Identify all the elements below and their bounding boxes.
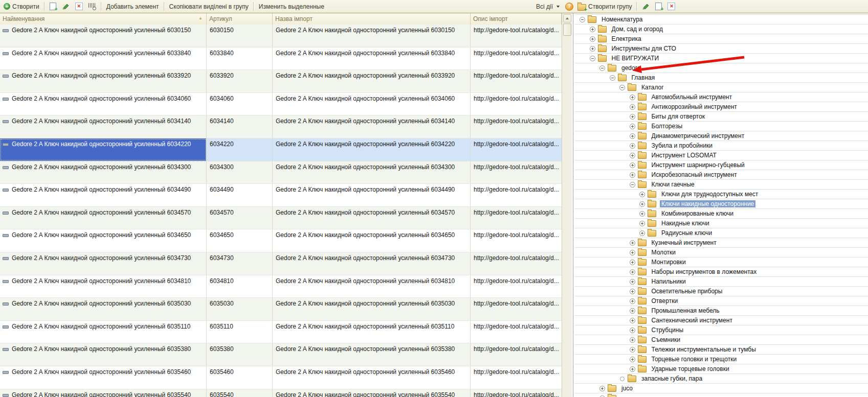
tree-item[interactable]: Зубила и пробойники [574,141,868,151]
expand-plus-icon[interactable] [630,172,635,178]
tree-item-selected[interactable]: Ключи накидные односторонние [574,199,868,209]
expand-plus-icon[interactable] [630,250,635,255]
help-button[interactable] [563,2,575,12]
tree-edit-button[interactable] [640,2,652,11]
tree-item[interactable]: Каталог [574,83,868,92]
tree-item[interactable]: Биты для отверток [574,112,868,122]
cell-article[interactable]: 6035380 [207,343,273,366]
expand-plus-icon[interactable] [630,143,635,149]
cell-name[interactable]: Gedore 2 A Ключ накидной односторонний у… [0,93,207,115]
cell-article[interactable]: 6034730 [207,252,273,275]
collapse-minus-icon[interactable] [619,85,625,90]
tree-item[interactable]: Инструменты для СТО [574,44,868,54]
expand-plus-icon[interactable] [630,240,635,246]
tree-item[interactable]: Ударные торцевые головки [574,364,868,374]
expand-plus-icon[interactable] [630,318,635,323]
collapse-minus-icon[interactable] [610,75,615,81]
cell-name[interactable]: Gedore 2 A Ключ накидной односторонний у… [0,389,207,397]
cell-name[interactable]: Gedore 2 A Ключ накидной односторонний у… [0,343,207,366]
all-actions-button[interactable]: Всі дії [534,2,562,11]
cell-import-name[interactable]: Gedore 2 A Ключ накидной односторонний у… [273,70,471,92]
create-group-button[interactable]: Створити групу [575,2,634,12]
tree-item[interactable]: НЕ ВИГРУЖАТИ [574,54,868,63]
expand-plus-icon[interactable] [639,221,645,226]
table-row[interactable]: Gedore 2 A Ключ накидной односторонний у… [0,184,562,207]
edit-button[interactable] [60,2,72,11]
table-row[interactable]: Gedore 2 A Ключ накидной односторонний у… [0,207,562,230]
cell-import-name[interactable]: Gedore 2 A Ключ накидной односторонний у… [273,138,471,161]
cell-import-name[interactable]: Gedore 2 A Ключ накидной односторонний у… [273,275,471,298]
expand-plus-icon[interactable] [630,153,635,158]
cell-name[interactable]: Gedore 2 A Ключ накидной односторонний у… [0,366,207,389]
tree-item[interactable]: Болторезы [574,122,868,131]
tree-item[interactable]: Кузнечный инструмент [574,238,868,248]
cell-import-description[interactable]: http://gedore-tool.ru/catalog/d... [471,138,562,161]
cell-article[interactable]: 6033920 [207,70,273,92]
cell-article[interactable]: 6035030 [207,298,273,320]
cell-import-name[interactable]: Gedore 2 A Ключ накидной односторонний у… [273,93,471,115]
cell-import-name[interactable]: Gedore 2 A Ключ накидной односторонний у… [273,343,471,366]
cell-import-name[interactable]: Gedore 2 A Ключ накидной односторонний у… [273,207,471,229]
tree-item[interactable]: Тележки инструментальные и тумбы [574,345,868,355]
cell-name[interactable]: Gedore 2 A Ключ накидной односторонний у… [0,25,207,47]
table-row[interactable]: Gedore 2 A Ключ накидной односторонний у… [0,321,562,344]
tree-item[interactable]: Искробезопасный инструмент [574,170,868,180]
table-vertical-scrollbar[interactable] [562,13,572,397]
table-row[interactable]: Gedore 2 A Ключ накидной односторонний у… [0,275,562,298]
table-row[interactable]: Gedore 2 A Ключ накидной односторонний у… [0,389,562,397]
expand-plus-icon[interactable] [630,357,635,362]
cell-import-name[interactable]: Gedore 2 A Ключ накидной односторонний у… [273,161,471,184]
collapse-minus-icon[interactable] [590,56,595,61]
cell-name[interactable]: Gedore 2 A Ключ накидной односторонний у… [0,321,207,343]
cell-article[interactable]: 6034220 [207,138,273,161]
tree-item[interactable]: Напильники [574,277,868,287]
cell-import-description[interactable]: http://gedore-tool.ru/catalog/d... [471,93,562,115]
create-button[interactable]: Створити [2,2,41,11]
expand-plus-icon[interactable] [639,230,645,236]
table-row[interactable]: Gedore 2 A Ключ накидной односторонний у… [0,298,562,321]
cell-import-description[interactable]: http://gedore-tool.ru/catalog/d... [471,389,562,397]
copy-selected-to-group-button[interactable]: Скопіювати виділені в групу [167,2,251,11]
cell-name[interactable]: Gedore 2 A Ключ накидной односторонний у… [0,115,207,138]
cell-name[interactable]: Gedore 2 A Ключ накидной односторонний у… [0,161,207,184]
barcode-search-button[interactable] [86,2,98,11]
cell-import-name[interactable]: Gedore 2 A Ключ накидной односторонний у… [273,252,471,275]
tree-delete-button[interactable] [665,2,677,11]
cell-article[interactable]: 6034810 [207,275,273,298]
cell-import-description[interactable]: http://gedore-tool.ru/catalog/d... [471,70,562,92]
tree-item[interactable]: Накидные ключи [574,219,868,228]
cell-import-name[interactable]: Gedore 2 A Ключ накидной односторонний у… [273,184,471,206]
tree-copy-button[interactable] [653,2,664,11]
cell-import-description[interactable]: http://gedore-tool.ru/catalog/d... [471,229,562,252]
cell-import-description[interactable]: http://gedore-tool.ru/catalog/d... [471,115,562,138]
expand-plus-icon[interactable] [630,124,635,129]
column-header-2[interactable]: Артикул [207,13,273,25]
table-row[interactable]: Gedore 2 A Ключ накидной односторонний у… [0,48,562,71]
expand-plus-icon[interactable] [599,386,605,391]
cell-import-description[interactable]: http://gedore-tool.ru/catalog/d... [471,343,562,366]
scrollbar-thumb[interactable] [563,24,571,36]
expand-plus-icon[interactable] [599,395,605,397]
table-row[interactable]: Gedore 2 A Ключ накидной односторонний у… [0,229,562,252]
cell-import-description[interactable]: http://gedore-tool.ru/catalog/d... [471,321,562,343]
expand-plus-icon[interactable] [630,279,635,285]
column-header-3[interactable]: Назва імпорт [273,13,471,25]
expand-plus-icon[interactable] [630,347,635,353]
cell-article[interactable]: 6033840 [207,48,273,70]
cell-name[interactable]: Gedore 2 A Ключ накидной односторонний у… [0,70,207,92]
cell-article[interactable]: 6034650 [207,229,273,252]
cell-import-description[interactable]: http://gedore-tool.ru/catalog/d... [471,252,562,275]
tree-item-gedore[interactable]: gedore [574,63,868,73]
tree-item[interactable]: Номенклатура [574,15,868,25]
table-row[interactable]: Gedore 2 A Ключ накидной односторонний у… [0,115,562,138]
edit-selected-button[interactable]: Изменить выделенные [257,2,326,11]
cell-name[interactable]: Gedore 2 A Ключ накидной односторонний у… [0,229,207,252]
expand-plus-icon[interactable] [590,46,595,52]
expand-plus-icon[interactable] [630,269,635,275]
table-row[interactable]: Gedore 2 A Ключ накидной односторонний у… [0,161,562,184]
table-row[interactable]: Gedore 2 A Ключ накидной односторонний у… [0,25,562,48]
cell-import-name[interactable]: Gedore 2 A Ключ накидной односторонний у… [273,366,471,389]
cell-article[interactable]: 6034490 [207,184,273,206]
cell-article[interactable]: 6034300 [207,161,273,184]
cell-name[interactable]: Gedore 2 A Ключ накидной односторонний у… [0,275,207,298]
